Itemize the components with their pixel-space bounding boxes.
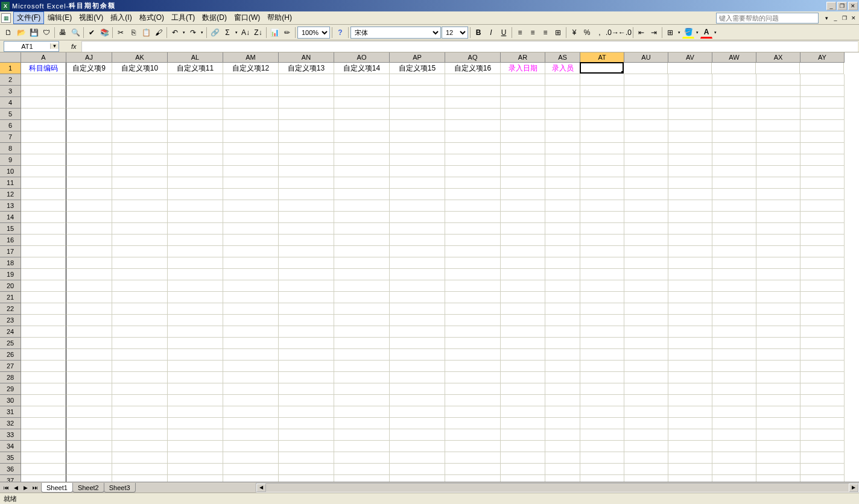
cell-AK18[interactable] — [112, 257, 168, 269]
cell-AO24[interactable] — [334, 326, 390, 338]
cell-AY13[interactable] — [800, 200, 845, 212]
cell-AV23[interactable] — [668, 315, 712, 326]
cell-AW5[interactable] — [712, 109, 756, 120]
cell-AM11[interactable] — [223, 177, 279, 189]
cell-AS22[interactable] — [545, 303, 580, 315]
cell-AN33[interactable] — [279, 429, 334, 441]
cell-A33[interactable] — [21, 429, 66, 441]
decrease-indent-icon[interactable]: ⇤ — [635, 27, 647, 39]
cell-AX23[interactable] — [756, 315, 800, 326]
cell-AX3[interactable] — [756, 86, 800, 97]
cell-AX22[interactable] — [756, 303, 800, 315]
menu-window[interactable]: 窗口(W) — [230, 11, 264, 24]
cell-AN29[interactable] — [279, 383, 334, 395]
cell-AM24[interactable] — [223, 326, 279, 338]
cell-AO33[interactable] — [334, 429, 390, 441]
cell-AP15[interactable] — [390, 223, 445, 235]
cell-AR3[interactable] — [501, 86, 545, 97]
cell-AU8[interactable] — [624, 143, 668, 154]
cell-AR28[interactable] — [501, 372, 545, 383]
cell-AQ13[interactable] — [445, 200, 501, 212]
cell-AV34[interactable] — [668, 441, 712, 452]
sheet-tab-sheet1[interactable]: Sheet1 — [41, 483, 73, 493]
cell-AW7[interactable] — [712, 131, 756, 143]
cell-AO31[interactable] — [334, 406, 390, 418]
cell-AJ32[interactable] — [66, 418, 112, 429]
cell-AL34[interactable] — [168, 441, 223, 452]
row-header-22[interactable]: 22 — [0, 303, 21, 315]
cell-AJ9[interactable] — [66, 154, 112, 166]
cell-AT30[interactable] — [580, 395, 624, 406]
cell-AL1[interactable]: 自定义项11 — [168, 63, 223, 74]
cell-AY29[interactable] — [800, 383, 845, 395]
col-header-AV[interactable]: AV — [668, 52, 712, 63]
cell-AV20[interactable] — [668, 280, 712, 292]
cell-A3[interactable] — [21, 86, 66, 97]
cell-AK15[interactable] — [112, 223, 168, 235]
row-header-13[interactable]: 13 — [0, 200, 21, 212]
cell-AW23[interactable] — [712, 315, 756, 326]
cell-AL19[interactable] — [168, 269, 223, 280]
cell-AS18[interactable] — [545, 257, 580, 269]
cell-AL37[interactable] — [168, 475, 223, 482]
cell-AW36[interactable] — [712, 464, 756, 475]
cell-AX25[interactable] — [756, 338, 800, 349]
cell-AS29[interactable] — [545, 383, 580, 395]
cell-AY21[interactable] — [800, 292, 845, 303]
tab-prev-icon[interactable]: ◀ — [11, 483, 21, 493]
cell-AR1[interactable]: 录入日期 — [501, 63, 545, 74]
cell-AQ21[interactable] — [445, 292, 501, 303]
cell-AM1[interactable]: 自定义项12 — [223, 63, 279, 74]
cell-AS23[interactable] — [545, 315, 580, 326]
cell-AO6[interactable] — [334, 120, 390, 131]
cell-AO34[interactable] — [334, 441, 390, 452]
cell-A13[interactable] — [21, 200, 66, 212]
cell-AP32[interactable] — [390, 418, 445, 429]
cell-AS35[interactable] — [545, 452, 580, 464]
cell-AQ3[interactable] — [445, 86, 501, 97]
cell-AS6[interactable] — [545, 120, 580, 131]
cell-AN26[interactable] — [279, 349, 334, 361]
cell-AT36[interactable] — [580, 464, 624, 475]
row-header-5[interactable]: 5 — [0, 109, 21, 120]
cell-AS12[interactable] — [545, 189, 580, 200]
cell-AS30[interactable] — [545, 395, 580, 406]
row-header-35[interactable]: 35 — [0, 452, 21, 464]
cell-AK2[interactable] — [112, 74, 168, 86]
cell-AL31[interactable] — [168, 406, 223, 418]
paste-icon[interactable]: 📋 — [140, 27, 152, 39]
cell-AT31[interactable] — [580, 406, 624, 418]
cell-AK11[interactable] — [112, 177, 168, 189]
cell-AT15[interactable] — [580, 223, 624, 235]
cell-AP2[interactable] — [390, 74, 445, 86]
cell-AY23[interactable] — [800, 315, 845, 326]
cell-AP8[interactable] — [390, 143, 445, 154]
cell-AS2[interactable] — [545, 74, 580, 86]
cell-AQ29[interactable] — [445, 383, 501, 395]
cell-AT22[interactable] — [580, 303, 624, 315]
cell-AV35[interactable] — [668, 452, 712, 464]
cell-AT4[interactable] — [580, 97, 624, 109]
print-preview-icon[interactable]: 🔍 — [69, 27, 81, 39]
cell-AT17[interactable] — [580, 246, 624, 257]
cell-AW19[interactable] — [712, 269, 756, 280]
cell-AQ33[interactable] — [445, 429, 501, 441]
cell-AP28[interactable] — [390, 372, 445, 383]
cell-AQ23[interactable] — [445, 315, 501, 326]
cell-AX32[interactable] — [756, 418, 800, 429]
cell-AK14[interactable] — [112, 212, 168, 223]
cell-AQ28[interactable] — [445, 372, 501, 383]
row-header-12[interactable]: 12 — [0, 189, 21, 200]
cell-AW4[interactable] — [712, 97, 756, 109]
cell-AQ7[interactable] — [445, 131, 501, 143]
sort-asc-icon[interactable]: A↓ — [239, 27, 252, 39]
cell-AY32[interactable] — [800, 418, 845, 429]
cell-A32[interactable] — [21, 418, 66, 429]
cell-AJ6[interactable] — [66, 120, 112, 131]
cell-AW2[interactable] — [712, 74, 756, 86]
cell-AK37[interactable] — [112, 475, 168, 482]
cell-AN21[interactable] — [279, 292, 334, 303]
cell-AX4[interactable] — [756, 97, 800, 109]
cell-A18[interactable] — [21, 257, 66, 269]
cell-AU19[interactable] — [624, 269, 668, 280]
